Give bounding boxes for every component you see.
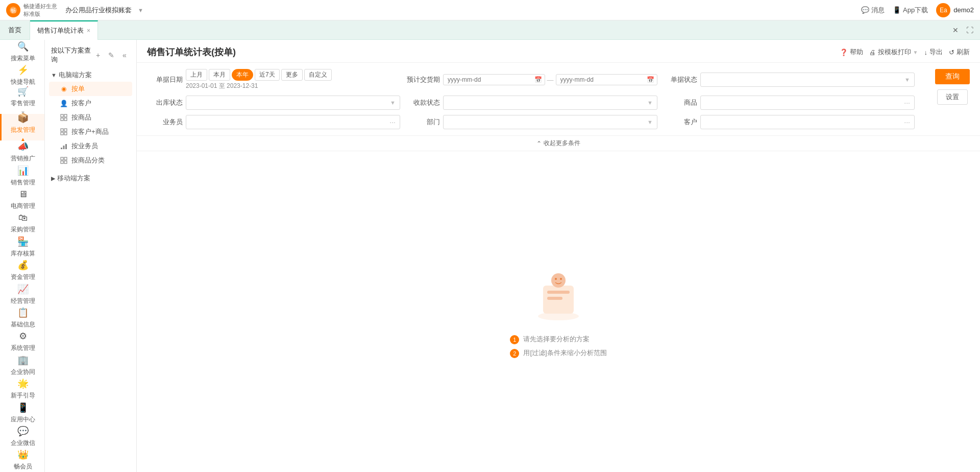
- settings-button[interactable]: 设置: [937, 89, 968, 105]
- sidebar-item-inventory[interactable]: 🏪 库存核算: [0, 235, 44, 258]
- sidebar-item-basic[interactable]: 📋 基础信息: [0, 306, 44, 329]
- calendar-icon-end: 📅: [647, 76, 654, 83]
- sidebar-item-vip[interactable]: 👑 畅会员: [0, 449, 44, 472]
- collapse-button[interactable]: ⌃ 收起更多条件: [536, 139, 580, 148]
- scheme-item-by-goods[interactable]: 按商品: [49, 110, 132, 125]
- sidebar-item-finance[interactable]: 💰 资金管理: [0, 259, 44, 282]
- date-btn-custom[interactable]: 自定义: [304, 69, 332, 81]
- expected-date-end-input[interactable]: [556, 74, 658, 85]
- scheme-item-by-customer[interactable]: 👤 按客户: [49, 96, 132, 110]
- window-maximize-button[interactable]: ⛶: [964, 24, 976, 36]
- salesperson-more-icon[interactable]: ···: [389, 118, 396, 126]
- sidebar-item-system[interactable]: ⚙ 系统管理: [0, 330, 44, 353]
- date-btn-this-month[interactable]: 本月: [209, 69, 230, 81]
- doc-status-select[interactable]: ▼: [700, 73, 915, 87]
- logo-text: 畅捷通好生意 标准版: [23, 3, 57, 17]
- desktop-scheme-arrow: ▼: [51, 72, 57, 78]
- desktop-scheme-group: ▼ 电脑端方案 ◉ 按单 👤 按客户 按商品: [45, 68, 136, 168]
- message-button[interactable]: 💬 消息: [861, 6, 885, 15]
- page-title: 销售订单统计表(按单): [147, 46, 236, 58]
- filter-content: 单据日期 上月 本月 本年 近7天 更多 自定义: [137, 63, 980, 135]
- svg-rect-4: [61, 118, 63, 121]
- mobile-scheme-group-header[interactable]: ▶ 移动端方案: [49, 172, 132, 185]
- filter-cell-expected-date: 预计交货期 📅 — 📅: [404, 69, 657, 90]
- purchase-icon: 🛍: [18, 213, 28, 223]
- svg-rect-19: [547, 291, 570, 294]
- sidebar-item-wechat[interactable]: 💬 企业微信: [0, 424, 44, 448]
- sales-icon: 📊: [17, 165, 29, 176]
- marketing-icon: 📣: [17, 141, 29, 152]
- collapse-icon: ⌃: [536, 140, 542, 147]
- window-close-button[interactable]: ✕: [949, 24, 962, 36]
- out-status-select[interactable]: ▼: [186, 96, 400, 110]
- system-icon: ⚙: [19, 331, 27, 342]
- desktop-scheme-group-header[interactable]: ▼ 电脑端方案: [49, 68, 132, 82]
- tab-sales-order-stats[interactable]: 销售订单统计表 ×: [30, 20, 98, 40]
- date-btn-7days[interactable]: 近7天: [255, 69, 280, 81]
- svg-rect-5: [64, 118, 67, 121]
- salesperson-select[interactable]: ···: [186, 115, 400, 129]
- sidebar-item-search-menu[interactable]: 🔍 搜索菜单: [0, 40, 44, 63]
- out-status-label: 出库状态: [147, 98, 183, 107]
- sidebar-item-sales[interactable]: 📊 销售管理: [0, 164, 44, 187]
- export-button[interactable]: ↓ 导出: [924, 48, 943, 57]
- sidebar-item-newbie[interactable]: 🌟 新手引导: [0, 377, 44, 401]
- title-dropdown-arrow[interactable]: ▼: [138, 7, 143, 13]
- date-btn-more[interactable]: 更多: [281, 69, 303, 81]
- ecommerce-icon: 🖥: [18, 189, 28, 200]
- dept-label: 部门: [404, 117, 440, 127]
- expected-date-start-input[interactable]: [443, 74, 545, 85]
- sidebar-item-ecommerce[interactable]: 🖥 电商管理: [0, 188, 44, 211]
- scheme-item-by-goods-category[interactable]: 按商品分类: [49, 153, 132, 168]
- retail-icon: 🛒: [17, 86, 29, 97]
- sidebar-item-retail[interactable]: 🛒 零售管理 ▼: [0, 87, 44, 114]
- scheme-item-by-customer-goods[interactable]: 按客户+商品: [49, 125, 132, 139]
- sidebar-item-operation[interactable]: 📈 经营管理: [0, 282, 44, 306]
- wholesale-icon: 📦: [17, 112, 29, 124]
- goods-select[interactable]: ···: [700, 96, 915, 110]
- customer-more-icon[interactable]: ···: [904, 118, 910, 126]
- appcenter-icon: 📱: [17, 402, 29, 413]
- finance-icon: 💰: [17, 259, 29, 271]
- tab-close-button[interactable]: ×: [87, 27, 90, 34]
- sidebar-item-marketing[interactable]: 📣 营销推广: [0, 140, 44, 164]
- date-separator: —: [547, 76, 554, 84]
- user-menu[interactable]: Ea demo2: [936, 3, 974, 17]
- print-icon: 🖨: [869, 49, 876, 56]
- scheme-collapse-button[interactable]: «: [119, 50, 130, 61]
- receipt-status-select[interactable]: ▼: [443, 96, 657, 110]
- print-button[interactable]: 🖨 按模板打印 ▼: [869, 48, 918, 57]
- app-download-button[interactable]: 📱 App下载: [893, 6, 928, 15]
- scheme-add-button[interactable]: +: [92, 50, 104, 61]
- hint-num-1: 1: [510, 335, 519, 344]
- page-actions: ❓ 帮助 🖨 按模板打印 ▼ ↓ 导出 ↺ 刷新: [840, 48, 970, 57]
- help-button[interactable]: ❓ 帮助: [840, 48, 863, 57]
- svg-point-21: [551, 273, 566, 288]
- query-button[interactable]: 查询: [935, 69, 970, 84]
- refresh-icon: ↺: [949, 49, 954, 56]
- date-btn-last-month[interactable]: 上月: [186, 69, 207, 81]
- sidebar-item-appcenter[interactable]: 📱 应用中心: [0, 401, 44, 424]
- svg-text:畅: 畅: [11, 8, 16, 13]
- doc-status-arrow: ▼: [904, 77, 910, 83]
- sidebar-item-wholesale[interactable]: 📦 批发管理 ▲: [0, 114, 44, 140]
- scheme-item-by-order[interactable]: ◉ 按单: [49, 82, 132, 96]
- sidebar-item-purchase[interactable]: 🛍 采购管理: [0, 211, 44, 235]
- newbie-icon: 🌟: [17, 378, 29, 389]
- sidebar-item-enterprise[interactable]: 🏢 企业协同: [0, 353, 44, 377]
- customer-select[interactable]: ···: [700, 115, 915, 129]
- filter-buttons: 查询 设置: [925, 63, 980, 135]
- topbar-left: 畅 畅捷通好生意 标准版 办公用品行业模拟账套 ▼: [6, 3, 143, 17]
- right-panel: 销售订单统计表(按单) ❓ 帮助 🖨 按模板打印 ▼ ↓ 导出: [137, 40, 980, 472]
- inventory-icon: 🏪: [17, 236, 29, 247]
- scheme-item-by-salesperson[interactable]: 按业务员: [49, 139, 132, 153]
- tab-home[interactable]: 首页: [0, 20, 30, 40]
- sidebar-item-quick-nav[interactable]: ⚡ 快捷导航: [0, 63, 44, 87]
- dept-select[interactable]: ▼: [443, 115, 657, 129]
- date-btn-this-year[interactable]: 本年: [232, 69, 253, 81]
- goods-more-icon[interactable]: ···: [904, 99, 910, 107]
- salesperson-label: 业务员: [147, 117, 183, 127]
- scheme-edit-button[interactable]: ✎: [106, 50, 117, 61]
- refresh-button[interactable]: ↺ 刷新: [949, 48, 970, 57]
- svg-rect-3: [64, 114, 67, 117]
